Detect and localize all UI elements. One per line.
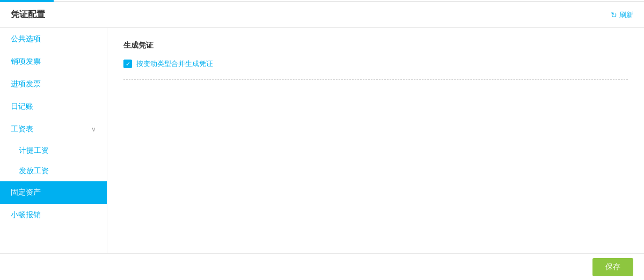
- sidebar-item-label: 固定资产: [11, 188, 41, 197]
- section-divider: [123, 79, 628, 80]
- page-title: 凭证配置: [11, 9, 45, 20]
- merge-voucher-checkbox[interactable]: ✓: [123, 60, 132, 68]
- sidebar-sub-item-label: 发放工资: [19, 166, 49, 175]
- content-area: 生成凭证 ✓ 按变动类型合并生成凭证: [107, 28, 644, 253]
- sidebar-item-label: 公共选项: [11, 34, 41, 44]
- sidebar-item-purchase-invoice[interactable]: 进项发票: [0, 73, 107, 95]
- sidebar-item-accrued-wages[interactable]: 计提工资: [0, 141, 107, 161]
- section-title: 生成凭证: [123, 41, 628, 50]
- refresh-icon: ↻: [611, 11, 617, 19]
- main-layout: 公共选项 销项发票 进项发票 日记账 工资表 ∨ 计提工资 发放工资 固定资产 …: [0, 28, 644, 253]
- page-footer: 保存: [0, 253, 644, 280]
- refresh-label: 刷新: [619, 10, 633, 20]
- sidebar-item-label: 销项发票: [11, 57, 41, 67]
- sidebar-item-public[interactable]: 公共选项: [0, 28, 107, 50]
- sidebar-item-paid-wages[interactable]: 发放工资: [0, 161, 107, 181]
- sidebar-item-label: 日记账: [11, 102, 33, 112]
- sidebar-item-label: 工资表: [11, 124, 33, 134]
- sidebar-item-sales-invoice[interactable]: 销项发票: [0, 50, 107, 73]
- merge-voucher-label[interactable]: 按变动类型合并生成凭证: [136, 59, 213, 69]
- sidebar-item-label: 小畅报销: [11, 210, 41, 220]
- refresh-button[interactable]: ↻ 刷新: [611, 10, 633, 20]
- sidebar-sub-item-label: 计提工资: [19, 146, 49, 154]
- sidebar-item-journal[interactable]: 日记账: [0, 95, 107, 118]
- sidebar: 公共选项 销项发票 进项发票 日记账 工资表 ∨ 计提工资 发放工资 固定资产 …: [0, 28, 107, 253]
- checkmark-icon: ✓: [126, 61, 130, 67]
- chevron-down-icon: ∨: [91, 126, 96, 133]
- save-button[interactable]: 保存: [592, 258, 633, 276]
- sidebar-item-payroll-table[interactable]: 工资表 ∨: [0, 118, 107, 141]
- page-header: 凭证配置 ↻ 刷新: [0, 2, 644, 28]
- checkbox-row: ✓ 按变动类型合并生成凭证: [123, 59, 628, 69]
- sidebar-item-fixed-assets[interactable]: 固定资产: [0, 181, 107, 204]
- sidebar-item-label: 进项发票: [11, 79, 41, 89]
- sidebar-item-expense-report[interactable]: 小畅报销: [0, 204, 107, 226]
